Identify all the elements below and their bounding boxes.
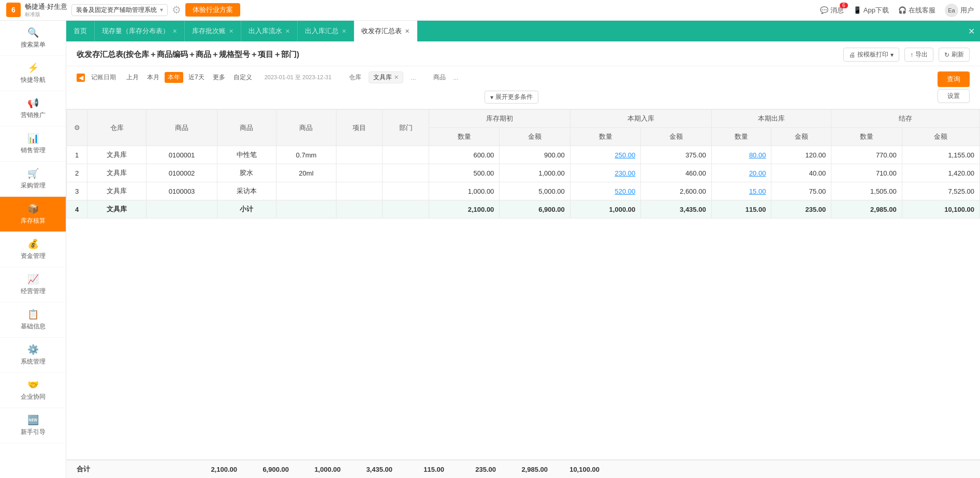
table-settings-icon[interactable]: ⚙ <box>74 124 80 132</box>
tab-item-5[interactable]: 收发存汇总表✕ <box>354 21 417 41</box>
tab-close-5[interactable]: ✕ <box>405 28 409 35</box>
setting-button[interactable]: 设置 <box>938 89 970 103</box>
experience-button[interactable]: 体验行业方案 <box>185 3 240 17</box>
sidebar-item-4[interactable]: 🛒 采购管理 <box>0 162 66 197</box>
cell-spec <box>276 200 337 219</box>
cell-out-qty[interactable]: 80.00 <box>711 146 771 164</box>
tab-label-0: 首页 <box>74 26 87 36</box>
tab-item-3[interactable]: 出入库流水✕ <box>241 21 298 41</box>
date-shortcut-custom[interactable]: 自定义 <box>230 72 255 83</box>
online-service-btn[interactable]: 🎧 在线客服 <box>898 6 935 15</box>
cell-bal-amt: 1,155.00 <box>902 146 979 164</box>
export-button[interactable]: ↑ 导出 <box>904 48 933 62</box>
page-title: 收发存汇总表(按仓库＋商品编码＋商品＋规格型号＋项目＋部门) <box>77 50 299 60</box>
cell-project <box>336 164 383 182</box>
sidebar-item-9[interactable]: ⚙️ 系统管理 <box>0 338 66 373</box>
message-btn[interactable]: 💬 消息 6 <box>820 6 844 15</box>
tab-close-1[interactable]: ✕ <box>172 28 177 35</box>
system-settings-icon[interactable]: ⚙ <box>172 4 181 16</box>
tab-close-4[interactable]: ✕ <box>342 28 346 35</box>
cell-init-qty: 600.00 <box>429 146 499 164</box>
col-code: 商品 <box>147 110 217 146</box>
warehouse-tag-close[interactable]: ✕ <box>394 74 399 81</box>
footer-bal-amt: 10,100.00 <box>553 466 605 473</box>
tab-close-3[interactable]: ✕ <box>285 28 290 35</box>
cell-in-qty[interactable]: 230.00 <box>570 164 640 182</box>
sidebar-item-7[interactable]: 📈 经营管理 <box>0 267 66 302</box>
tab-close-2[interactable]: ✕ <box>229 28 233 35</box>
sidebar-item-0[interactable]: 🔍 搜索菜单 <box>0 21 66 56</box>
date-shortcut-7days[interactable]: 近7天 <box>185 72 208 83</box>
cell-code <box>147 200 217 219</box>
sidebar-item-10[interactable]: 🤝 企业协同 <box>0 373 66 408</box>
cell-no: 1 <box>67 146 87 164</box>
date-shortcut-prev-month[interactable]: 上月 <box>123 72 142 83</box>
cell-bal-qty: 2,985.00 <box>831 200 902 219</box>
print-icon: 🖨 <box>849 51 855 59</box>
product-label: 商品 <box>433 73 446 82</box>
print-button[interactable]: 🖨 按模板打印 ▾ <box>843 48 899 62</box>
warehouse-more-btn[interactable]: ... <box>411 74 416 81</box>
date-shortcut-more[interactable]: 更多 <box>210 72 228 83</box>
user-avatar: Ea <box>945 4 958 17</box>
cell-project <box>336 200 383 219</box>
cell-code: 0100002 <box>147 164 217 182</box>
cell-out-amt: 235.00 <box>771 200 831 219</box>
sidebar-icon-0: 🔍 <box>27 27 39 38</box>
cell-name: 采访本 <box>217 182 276 200</box>
sidebar-item-3[interactable]: 📊 销售管理 <box>0 126 66 162</box>
system-name: 装备及固定资产辅助管理系统 <box>76 6 157 15</box>
cell-bal-qty: 770.00 <box>831 146 902 164</box>
expand-conditions-btn[interactable]: ▾ 展开更多条件 <box>485 91 538 104</box>
tab-item-2[interactable]: 库存批次账✕ <box>185 21 241 41</box>
warehouse-tag[interactable]: 文具库 ✕ <box>369 71 403 83</box>
filter-collapse-btn[interactable]: ◀ <box>77 74 85 82</box>
cell-project <box>336 182 383 200</box>
cell-in-qty[interactable]: 250.00 <box>570 146 640 164</box>
app-download-btn[interactable]: 📱 App下载 <box>853 6 889 15</box>
sidebar-label-0: 搜索菜单 <box>21 40 46 49</box>
cell-out-qty[interactable]: 20.00 <box>711 164 771 182</box>
footer-in-qty: 1,000.00 <box>294 466 346 473</box>
tab-item-4[interactable]: 出入库汇总✕ <box>298 21 354 41</box>
refresh-button[interactable]: ↻ 刷新 <box>939 48 970 62</box>
warehouse-label: 仓库 <box>349 73 361 82</box>
cell-init-amt: 900.00 <box>500 146 570 164</box>
cell-init-qty: 1,000.00 <box>429 182 499 200</box>
cell-spec: 0.7mm <box>276 146 337 164</box>
close-all-tabs-btn[interactable]: ✕ <box>968 26 975 36</box>
cell-name: 小计 <box>217 200 276 219</box>
sidebar-item-11[interactable]: 🆕 新手引导 <box>0 408 66 443</box>
cell-out-qty[interactable]: 15.00 <box>711 182 771 200</box>
date-shortcut-current-year[interactable]: 本年 <box>165 72 183 83</box>
sidebar-icon-5: 📦 <box>27 203 39 214</box>
cell-spec <box>276 182 337 200</box>
date-range-display: 2023-01-01 至 2023-12-31 <box>265 74 332 81</box>
tab-label-2: 库存批次账 <box>192 26 226 36</box>
tab-item-0[interactable]: 首页 <box>66 21 95 41</box>
system-selector[interactable]: 装备及固定资产辅助管理系统 <box>71 4 168 16</box>
footer-init-amt: 6,900.00 <box>242 466 294 473</box>
app-brand: 畅捷通·好生意 <box>25 3 67 11</box>
export-icon: ↑ <box>910 51 913 59</box>
product-more-btn[interactable]: ... <box>453 74 458 81</box>
date-shortcut-current-month[interactable]: 本月 <box>144 72 163 83</box>
sidebar-item-8[interactable]: 📋 基础信息 <box>0 302 66 338</box>
sidebar-item-1[interactable]: ⚡ 快捷导航 <box>0 56 66 91</box>
col-name: 商品 <box>217 110 276 146</box>
tab-item-1[interactable]: 现存量（库存分布表）✕ <box>95 21 185 41</box>
cell-code: 0100003 <box>147 182 217 200</box>
user-profile[interactable]: Ea 用户 <box>945 4 974 17</box>
cell-in-qty[interactable]: 520.00 <box>570 182 640 200</box>
table-settings-th: ⚙ <box>67 110 87 146</box>
date-shortcuts: 上月 本月 本年 近7天 更多 自定义 <box>123 72 255 83</box>
cell-in-amt: 460.00 <box>641 164 711 182</box>
sidebar-item-5[interactable]: 📦 库存核算 <box>0 197 66 232</box>
col-in-amt: 金额 <box>641 128 711 146</box>
date-label: 记账日期 <box>91 73 116 82</box>
sidebar-item-2[interactable]: 📢 营销推广 <box>0 91 66 126</box>
sidebar-label-8: 基础信息 <box>21 322 46 331</box>
sidebar-item-6[interactable]: 💰 资金管理 <box>0 232 66 267</box>
sidebar-label-2: 营销推广 <box>21 111 46 120</box>
query-button[interactable]: 查询 <box>938 71 970 87</box>
